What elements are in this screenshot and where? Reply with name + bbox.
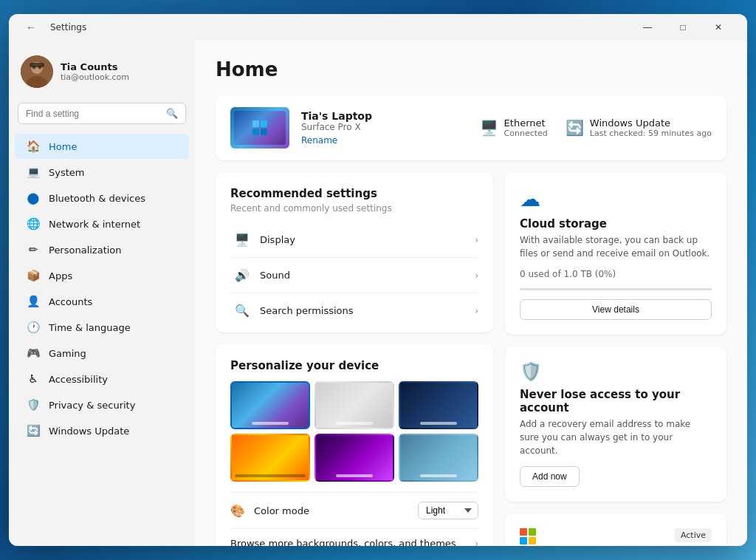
sidebar-item-bluetooth[interactable]: ⬤ Bluetooth & devices — [15, 185, 189, 211]
sidebar-item-label: Accessibility — [49, 374, 108, 385]
sidebar-item-label: Gaming — [49, 348, 86, 359]
taskbar-preview — [252, 422, 289, 425]
color-mode-select[interactable]: Light Dark Custom — [418, 502, 478, 519]
close-button[interactable]: ✕ — [701, 16, 735, 39]
ethernet-icon: 🖥️ — [480, 119, 498, 137]
wallpaper-6[interactable] — [399, 434, 478, 482]
chevron-right-icon: › — [475, 270, 478, 281]
browse-themes-row[interactable]: Browse more backgrounds, colors, and the… — [230, 528, 478, 546]
sidebar-item-gaming[interactable]: 🎮 Gaming — [15, 341, 189, 366]
maximize-button[interactable]: □ — [666, 16, 700, 39]
search-label: Search permissions — [260, 305, 475, 316]
ms365-logo — [520, 528, 536, 544]
sidebar-item-label: Windows Update — [49, 426, 129, 437]
sidebar-item-privacy[interactable]: 🛡️ Privacy & security — [15, 392, 189, 417]
shield-icon: 🛡️ — [520, 361, 712, 382]
sidebar-item-label: Network & internet — [49, 219, 140, 230]
device-model: Surface Pro X — [301, 122, 468, 132]
windows-update-label: Windows Update — [590, 117, 712, 129]
sidebar-item-label: Privacy & security — [49, 400, 135, 411]
cloud-description: With available storage, you can back up … — [520, 233, 712, 260]
sound-label: Sound — [260, 270, 475, 281]
settings-item-display[interactable]: 🖥️ Display › — [230, 222, 478, 258]
minimize-button[interactable]: — — [630, 16, 664, 39]
sidebar-item-label: Personalization — [49, 245, 122, 256]
page-title: Home — [216, 58, 726, 81]
settings-item-sound[interactable]: 🔊 Sound › — [230, 258, 478, 293]
view-details-button[interactable]: View details — [520, 299, 712, 320]
avatar — [21, 55, 53, 88]
windows-update-status: 🔄 Windows Update Last checked: 59 minute… — [566, 117, 712, 138]
add-now-button[interactable]: Add now — [520, 466, 580, 487]
right-panel: ☁️ Cloud storage With available storage,… — [505, 172, 726, 546]
sidebar-item-time[interactable]: 🕐 Time & language — [15, 315, 189, 340]
privacy-icon: 🛡️ — [27, 398, 40, 412]
wallpaper-2[interactable] — [315, 381, 394, 429]
back-button[interactable]: ← — [21, 17, 41, 38]
sidebar-item-home[interactable]: 🏠 Home — [15, 134, 189, 159]
sidebar-item-label: Time & language — [49, 322, 131, 333]
device-card: Tia's Laptop Surface Pro X Rename 🖥️ Eth… — [216, 95, 726, 160]
personalization-icon: ✏️ — [27, 243, 40, 256]
personalize-card: Personalize your device — [216, 344, 493, 546]
settings-item-search[interactable]: 🔍 Search permissions › — [230, 293, 478, 318]
storage-bar — [520, 288, 712, 290]
sound-icon: 🔊 — [230, 268, 254, 282]
wallpaper-1[interactable] — [230, 381, 310, 429]
recommended-settings-card: Recommended settings Recent and commonly… — [216, 172, 493, 332]
accessibility-icon: ♿ — [27, 372, 40, 386]
sidebar-item-accessibility[interactable]: ♿ Accessibility — [15, 366, 189, 392]
device-rename-link[interactable]: Rename — [301, 135, 337, 146]
security-title: Never lose access to your account — [520, 388, 712, 414]
storage-used-text: 0 used of 1.0 TB (0%) — [520, 269, 712, 279]
taskbar-preview — [420, 474, 457, 477]
avatar-image — [21, 55, 53, 88]
chevron-right-icon: › — [475, 306, 478, 316]
sidebar-item-network[interactable]: 🌐 Network & internet — [15, 211, 189, 236]
main-content: Home Tia's Laptop Surface Pro — [195, 41, 747, 546]
ms365-card: Active Microsoft 365 Family You have 1 T… — [505, 513, 726, 546]
sidebar-item-label: System — [49, 167, 84, 178]
wallpaper-5[interactable] — [315, 434, 394, 482]
ethernet-value: Connected — [504, 129, 548, 138]
sidebar-item-label: Accounts — [49, 296, 92, 307]
device-name: Tia's Laptop — [301, 110, 468, 122]
active-badge: Active — [675, 528, 712, 542]
home-icon: 🏠 — [27, 140, 40, 153]
taskbar-preview — [420, 422, 457, 425]
two-col-layout: Recommended settings Recent and commonly… — [216, 172, 726, 546]
ms365-header: Active — [520, 528, 712, 546]
update-icon: 🔄 — [27, 424, 40, 437]
sidebar-item-personalization[interactable]: ✏️ Personalization — [15, 237, 189, 262]
sidebar-item-label: Home — [49, 141, 77, 152]
wallpaper-3[interactable] — [399, 381, 478, 429]
color-mode-row: 🎨 Color mode Light Dark Custom — [230, 492, 478, 528]
titlebar: ← Settings — □ ✕ — [9, 14, 747, 41]
content-area: Tia Counts tia@outlook.com 🔍 🏠 Home 💻 Sy… — [9, 41, 747, 546]
device-thumbnail — [230, 107, 289, 148]
user-email: tia@outlook.com — [61, 72, 129, 82]
chevron-right-icon: › — [475, 539, 478, 547]
bluetooth-icon: ⬤ — [27, 191, 40, 205]
gaming-icon: 🎮 — [27, 346, 40, 360]
search-box[interactable]: 🔍 — [18, 103, 186, 124]
system-icon: 💻 — [27, 165, 40, 179]
wallpaper-4[interactable] — [230, 434, 310, 482]
taskbar-preview — [336, 474, 373, 477]
user-info: Tia Counts tia@outlook.com — [61, 61, 129, 82]
recommended-title: Recommended settings — [230, 187, 478, 200]
device-info: Tia's Laptop Surface Pro X Rename — [301, 110, 468, 146]
search-input[interactable] — [26, 109, 160, 119]
security-description: Add a recovery email address to make sur… — [520, 417, 712, 457]
cloud-icon: ☁️ — [520, 187, 712, 211]
recommended-subtitle: Recent and commonly used settings — [230, 203, 478, 214]
sidebar-item-accounts[interactable]: 👤 Accounts — [15, 289, 189, 314]
left-panel: Recommended settings Recent and commonly… — [216, 172, 493, 546]
sidebar-nav: 🏠 Home 💻 System ⬤ Bluetooth & devices 🌐 … — [9, 133, 195, 444]
network-icon: 🌐 — [27, 217, 40, 231]
sidebar-item-system[interactable]: 💻 System — [15, 160, 189, 185]
sidebar-item-update[interactable]: 🔄 Windows Update — [15, 418, 189, 443]
sidebar-item-apps[interactable]: 📦 Apps — [15, 263, 189, 288]
wallpaper-grid — [230, 381, 478, 482]
status-items: 🖥️ Ethernet Connected 🔄 Windows Update L… — [480, 117, 712, 138]
